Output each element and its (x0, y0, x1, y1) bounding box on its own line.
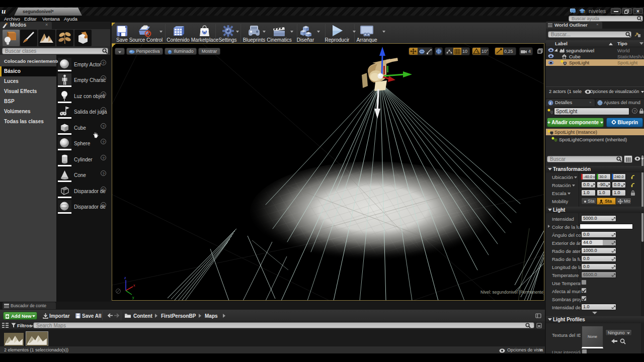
svg-text:y: y (132, 296, 134, 300)
svg-text:x: x (133, 284, 135, 287)
svg-text:Nivel: segundonivel (Permanen: Nivel: segundonivel (Permanente) (480, 290, 544, 295)
svg-text:z: z (124, 276, 126, 280)
